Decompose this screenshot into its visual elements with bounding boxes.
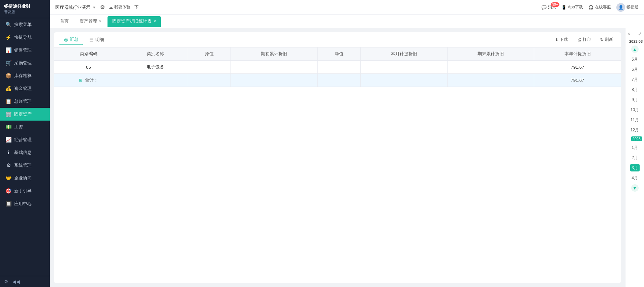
gear-icon[interactable]: ⚙ <box>100 4 105 10</box>
experience-label: 我要体验一下 <box>114 4 139 10</box>
sidebar-item-collab[interactable]: 🤝 企业协同 <box>0 172 50 185</box>
cal-month-6[interactable]: 6月 <box>625 64 644 74</box>
cal-month-7[interactable]: 7月 <box>625 74 644 85</box>
cal-month-4[interactable]: 4月 <box>625 173 644 183</box>
col-period-begin-acc: 期初累计折旧 <box>231 47 318 61</box>
sidebar-item-guide[interactable]: 🎯 新手引导 <box>0 185 50 197</box>
col-name: 类别名称 <box>123 47 188 61</box>
user-menu[interactable]: 👤 畅捷通 <box>616 3 639 12</box>
topbar-right: 💬 消息 99+ 📱 App下载 🎧 在线客服 👤 畅捷通 <box>542 3 639 12</box>
cell-name: 电子设备 <box>123 61 188 74</box>
fixed-assets-icon: 🏢 <box>5 111 11 117</box>
sidebar-item-label: 采购管理 <box>14 60 32 66</box>
sidebar-item-label: 资金管理 <box>14 86 32 92</box>
print-button[interactable]: 🖨 打印 <box>575 35 593 44</box>
sidebar-item-search[interactable]: 🔍 搜索菜单 <box>0 18 50 31</box>
sidebar-item-management[interactable]: 📈 经营管理 <box>0 133 50 146</box>
sidebar-item-ledger[interactable]: 📋 总账管理 <box>0 95 50 108</box>
cal-month-3[interactable]: 3月 <box>625 163 644 173</box>
system-icon: ⚙ <box>5 162 11 168</box>
total-month-dep <box>361 74 448 87</box>
download-button[interactable]: ⬇ 下载 <box>552 35 571 44</box>
online-service-button[interactable]: 🎧 在线客服 <box>588 4 611 10</box>
detail-icon: ☰ <box>89 37 94 42</box>
month-badge-6: 6月 <box>630 66 640 73</box>
sub-tabbar: ◎ 汇总 ☰ 明细 ⬇ 下载 🖨 打印 <box>54 32 621 47</box>
sidebar-item-payroll[interactable]: 💵 工资 <box>0 121 50 133</box>
tab-depreciation-report[interactable]: 固定资产折旧统计表 × <box>108 16 161 27</box>
sidebar-item-system[interactable]: ⚙ 系统管理 <box>0 159 50 172</box>
col-period-end-acc: 期末累计折旧 <box>447 47 534 61</box>
cal-month-5[interactable]: 5月 <box>625 54 644 64</box>
cal-month-11[interactable]: 11月 <box>625 115 644 125</box>
cal-month-10[interactable]: 10月 <box>625 105 644 115</box>
app-subtitle: 普及版 <box>4 9 15 14</box>
cell-code: 05 <box>54 61 123 74</box>
sidebar-item-label: 快捷导航 <box>14 34 32 40</box>
cal-month-2[interactable]: 2月 <box>625 153 644 163</box>
experience-button[interactable]: ☁ 我要体验一下 <box>109 4 139 10</box>
sidebar-item-purchase[interactable]: 🛒 采购管理 <box>0 57 50 69</box>
settings-bottom-icon[interactable]: ⚙ <box>4 279 8 284</box>
cal-month-9[interactable]: 9月 <box>625 95 644 105</box>
sidebar: 畅捷通好业财 普及版 🔍 搜索菜单 ⚡ 快捷导航 📊 销售管理 🛒 采购管理 📦… <box>0 0 50 287</box>
collab-icon: 🤝 <box>5 175 11 181</box>
sidebar-item-fixed-assets[interactable]: 🏢 固定资产 <box>0 108 50 121</box>
year-badge-2023: 2023 <box>631 136 642 141</box>
sidebar-bottom: ⚙ ◀◀ <box>0 276 50 287</box>
notification-badge: 99+ <box>551 2 559 7</box>
sidebar-item-sales[interactable]: 📊 销售管理 <box>0 44 50 57</box>
cal-month-12[interactable]: 12月 <box>625 125 644 135</box>
sub-tab-detail[interactable]: ☰ 明细 <box>85 35 109 45</box>
tab-home[interactable]: 首页 <box>55 16 73 27</box>
refresh-button[interactable]: ↻ 刷新 <box>597 35 616 44</box>
sub-tab-summary-label: 汇总 <box>70 36 79 42</box>
content-area: ◎ 汇总 ☰ 明细 ⬇ 下载 🖨 打印 <box>50 28 644 287</box>
company-selector[interactable]: 医疗器械行业演示 ▼ <box>55 4 96 10</box>
cal-month-1[interactable]: 1月 <box>625 142 644 153</box>
total-name-cell <box>123 74 188 87</box>
table-wrap: 类别编码 类别名称 原值 期初累计折旧 净值 本月计提折旧 期末累计折旧 本年计… <box>54 47 621 283</box>
col-net: 净值 <box>317 47 361 61</box>
purchase-icon: 🛒 <box>5 60 11 66</box>
sidebar-item-label: 经营管理 <box>14 137 32 143</box>
table-row: 05 电子设备 791.67 <box>54 61 621 74</box>
expand-panel-icon[interactable]: ⤢ <box>638 31 642 36</box>
calendar-scroll-down[interactable]: ▼ <box>631 184 639 192</box>
app-download-button[interactable]: 📱 App下载 <box>561 4 583 10</box>
sidebar-item-basic-info[interactable]: ℹ 基础信息 <box>0 146 50 159</box>
sidebar-item-app-center[interactable]: 🔲 应用中心 <box>0 197 50 210</box>
sidebar-nav: 🔍 搜索菜单 ⚡ 快捷导航 📊 销售管理 🛒 采购管理 📦 库存核算 💰 资金管… <box>0 18 50 276</box>
month-badge-12: 12月 <box>630 126 640 134</box>
collapse-icon[interactable]: ◀◀ <box>12 279 20 284</box>
notification-button[interactable]: 💬 消息 99+ <box>542 4 556 10</box>
cal-month-8[interactable]: 8月 <box>625 85 644 95</box>
col-year-dep: 本年计提折旧 <box>534 47 621 61</box>
sidebar-item-label: 库存核算 <box>14 73 32 79</box>
tabbar: 首页 资产管理 × 固定资产折旧统计表 × <box>50 15 644 28</box>
total-period-begin <box>231 74 318 87</box>
right-calendar-panel: × ⤢ 2023.03 ▲ 5月 6月 7月 8月 9月 10月 11月 12月… <box>625 28 644 287</box>
cell-original <box>188 61 231 74</box>
total-net <box>317 74 361 87</box>
total-label-cell: ⊞ 合计： <box>54 74 123 87</box>
sub-tab-actions: ⬇ 下载 🖨 打印 ↻ 刷新 <box>552 35 616 44</box>
current-period-label: 2023.03 <box>625 38 644 44</box>
sidebar-item-quicknav[interactable]: ⚡ 快捷导航 <box>0 31 50 44</box>
cal-year-2023: 2023 <box>625 135 644 142</box>
online-service-label: 在线客服 <box>595 4 611 10</box>
sidebar-item-finance[interactable]: 💰 资金管理 <box>0 82 50 95</box>
sidebar-item-label: 销售管理 <box>14 47 32 53</box>
sub-tab-summary[interactable]: ◎ 汇总 <box>59 34 83 45</box>
tab-depreciation-report-label: 固定资产折旧统计表 <box>112 18 152 24</box>
tab-asset-management[interactable]: 资产管理 × <box>75 16 106 27</box>
sidebar-item-inventory[interactable]: 📦 库存核算 <box>0 69 50 82</box>
table-header-row: 类别编码 类别名称 原值 期初累计折旧 净值 本月计提折旧 期末累计折旧 本年计… <box>54 47 621 61</box>
calendar-scroll-up[interactable]: ▲ <box>631 45 639 53</box>
tab-depreciation-report-close[interactable]: × <box>154 19 156 24</box>
close-panel-icon[interactable]: × <box>627 31 630 36</box>
app-title: 畅捷通好业财 <box>4 3 30 9</box>
notification-icon: 💬 <box>542 5 547 10</box>
month-badge-4: 4月 <box>630 174 640 182</box>
tab-asset-management-close[interactable]: × <box>99 19 101 24</box>
